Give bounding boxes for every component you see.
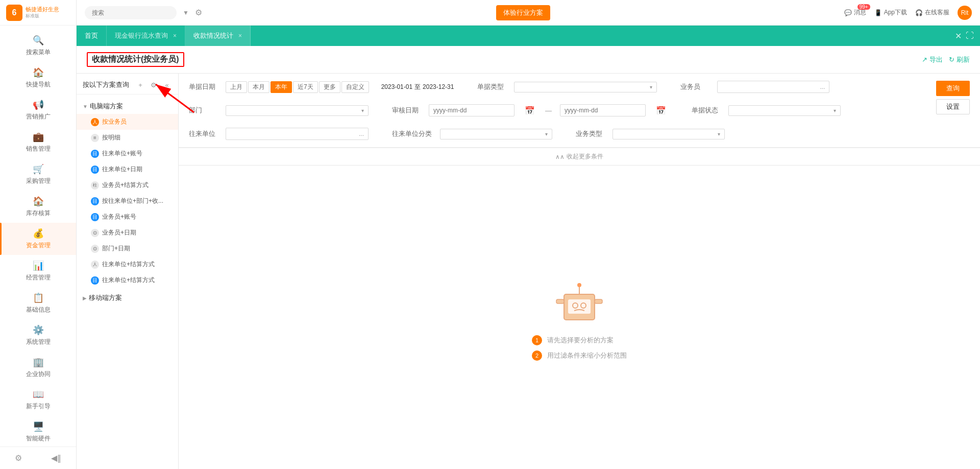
tab-bank-close[interactable]: × — [173, 32, 177, 39]
tab-close-window-btn[interactable]: ✕ — [955, 31, 962, 41]
app-download-button[interactable]: 📱 App下载 — [874, 8, 907, 17]
date-btn-custom[interactable]: 自定义 — [341, 81, 369, 93]
panel-collapse-btn[interactable]: « — [162, 80, 172, 90]
date-btn-this-month[interactable]: 本月 — [248, 81, 270, 93]
date-btn-more[interactable]: 更多 — [319, 81, 340, 93]
review-date-from[interactable] — [429, 104, 514, 116]
counterpart-more[interactable]: ... — [359, 130, 364, 137]
empty-step-2: 2 用过滤条件来缩小分析范围 — [532, 350, 627, 361]
sidebar-settings-btn[interactable]: ⚙ — [15, 453, 22, 463]
dept-select[interactable]: ▾ — [226, 105, 369, 116]
tree-item-salesperson-account[interactable]: 目 业务员+账号 — [77, 209, 178, 225]
doc-type-select[interactable]: ▾ — [514, 82, 657, 92]
tree-item-counterpart-account[interactable]: 目 往来单位+账号 — [77, 146, 178, 161]
sidebar-item-operation[interactable]: 📊 经营管理 — [0, 255, 76, 287]
date-btn-7days[interactable]: 近7天 — [293, 81, 318, 93]
tree-item-counterpart-dept[interactable]: 目 按往来单位+部门+收... — [77, 193, 178, 209]
chevron-down-icon: ▾ — [650, 84, 652, 90]
sidebar-item-finance[interactable]: 💰 资金管理 — [0, 223, 76, 255]
left-panel-title: 按以下方案查询 — [83, 80, 129, 89]
tree-item-dept-date[interactable]: ⊙ 部门+日期 — [77, 241, 178, 256]
message-button[interactable]: 💬 消息 99+ — [844, 8, 866, 17]
content-area: 按以下方案查询 + ⚙ « ▼ 电脑端方案 人 按业务员 — [77, 74, 980, 469]
tree-item-label: 往来单位+结算方式 — [102, 276, 155, 285]
topbar-dropdown-arrow[interactable]: ▼ — [183, 9, 189, 16]
sidebar-item-marketing[interactable]: 📢 营销推广 — [0, 94, 76, 126]
sidebar-item-corp[interactable]: 🏢 企业协同 — [0, 351, 76, 384]
tab-maximize-btn[interactable]: ⛶ — [966, 31, 974, 40]
sidebar-item-search[interactable]: 🔍 搜索菜单 — [0, 30, 76, 62]
salesperson-label: 业务员 — [680, 82, 709, 91]
refresh-button[interactable]: ↻ 刷新 — [949, 55, 970, 64]
tree-item-label: 业务员+结算方式 — [102, 181, 149, 190]
export-button[interactable]: ↗ 导出 — [922, 55, 943, 64]
sidebar-item-basic[interactable]: 📋 基础信息 — [0, 287, 76, 319]
tree-mobile-root[interactable]: ▶ 移动端方案 — [77, 290, 178, 306]
tree-item-counterpart-payment2[interactable]: 目 往来单位+结算方式 — [77, 272, 178, 288]
sidebar-logo: 6 畅捷通好生意 标准版 — [0, 0, 76, 26]
tree-section: ▼ 电脑端方案 人 按业务员 ≡ 按明细 目 往来单位+账号 — [77, 95, 178, 310]
date-range: 2023-01-01 至 2023-12-31 — [381, 83, 454, 91]
sidebar-item-hardware[interactable]: 🖥️ 智能硬件 — [0, 416, 76, 447]
sidebar-collapse-btn[interactable]: ◀‖ — [51, 453, 61, 463]
sidebar-item-label: 系统管理 — [26, 338, 51, 346]
collapse-bar[interactable]: ∧∧ 收起更多条件 — [179, 148, 980, 166]
counterpart-type-label: 往来单位分类 — [392, 129, 432, 138]
tab-collection-close[interactable]: × — [238, 32, 242, 39]
date-to: 2023-12-31 — [423, 83, 454, 90]
tree-item-by-salesperson[interactable]: 人 按业务员 — [77, 114, 178, 130]
review-date-to[interactable] — [560, 104, 646, 116]
counterpart-dept-icon: 目 — [91, 197, 99, 205]
svg-rect-7 — [595, 299, 602, 303]
calendar-to-icon[interactable]: 📅 — [656, 106, 666, 115]
salesperson-more-btn[interactable]: ... — [820, 83, 825, 90]
tree-desktop-root[interactable]: ▼ 电脑端方案 — [77, 99, 178, 114]
tree-item-salesperson-date[interactable]: ⊙ 业务员+日期 — [77, 225, 178, 241]
sidebar-item-inventory[interactable]: 🏠 库存核算 — [0, 191, 76, 223]
app-icon: 📱 — [874, 9, 882, 16]
doc-status-select[interactable]: ▾ — [728, 105, 841, 116]
sidebar-item-label: 经营管理 — [26, 273, 51, 282]
biz-type-select[interactable]: ▾ — [612, 129, 725, 139]
salesperson-select[interactable]: ... — [717, 81, 829, 93]
online-service-button[interactable]: 🎧 在线客服 — [915, 8, 949, 17]
sidebar-item-system[interactable]: ⚙️ 系统管理 — [0, 319, 76, 351]
sidebar-item-guide[interactable]: 📖 新手引导 — [0, 384, 76, 416]
counterpart-type-chevron-icon: ▾ — [545, 131, 548, 137]
tree-mobile-expand-icon: ▶ — [83, 295, 87, 301]
counterpart-type-select[interactable]: ▾ — [440, 129, 552, 139]
date-btn-this-year[interactable]: 本年 — [271, 81, 292, 93]
topbar-gear-icon[interactable]: ⚙ — [195, 8, 202, 17]
sidebar-item-label: 营销推广 — [26, 112, 51, 121]
solution-button[interactable]: 体验行业方案 — [496, 5, 550, 20]
tab-home[interactable]: 首页 — [77, 26, 107, 46]
tree-item-salesperson-payment[interactable]: 柱 业务员+结算方式 — [77, 177, 178, 193]
panel-add-btn[interactable]: + — [135, 80, 145, 90]
tab-collection[interactable]: 收款情况统计 × — [185, 26, 251, 46]
tree-item-counterpart-payment1[interactable]: 人 往来单位+结算方式 — [77, 256, 178, 272]
tree-item-by-detail[interactable]: ≡ 按明细 — [77, 130, 178, 146]
settings-button[interactable]: 设置 — [936, 99, 970, 114]
sidebar-item-label: 销售管理 — [26, 145, 51, 153]
sidebar-item-quicknav[interactable]: 🏠 快捷导航 — [0, 62, 76, 94]
search-input[interactable] — [85, 6, 177, 19]
collapse-icon: ∧∧ — [555, 153, 565, 160]
main-content: ▼ ⚙ 体验行业方案 💬 消息 99+ 📱 App下载 🎧 在线客服 — [77, 0, 980, 469]
tab-collection-label: 收款情况统计 — [193, 31, 233, 40]
tab-bank[interactable]: 现金银行流水查询 × — [107, 26, 185, 46]
counterpart-select[interactable]: ... — [226, 128, 369, 140]
query-button[interactable]: 查询 — [936, 81, 970, 96]
tree-item-label: 业务员+账号 — [102, 213, 136, 221]
user-avatar-button[interactable]: Rit — [958, 6, 972, 20]
operation-icon: 📊 — [33, 260, 44, 271]
calendar-from-icon[interactable]: 📅 — [525, 106, 535, 115]
sales-icon: 💼 — [33, 131, 44, 143]
button-column: 查询 设置 — [936, 81, 970, 114]
tree-mobile-label: 移动端方案 — [89, 293, 122, 302]
sidebar-item-sales[interactable]: 💼 销售管理 — [0, 126, 76, 158]
tree-item-counterpart-date[interactable]: 目 往来单位+日期 — [77, 161, 178, 177]
sidebar-item-purchase[interactable]: 🛒 采购管理 — [0, 158, 76, 191]
topbar: ▼ ⚙ 体验行业方案 💬 消息 99+ 📱 App下载 🎧 在线客服 — [77, 0, 980, 26]
panel-settings-btn[interactable]: ⚙ — [149, 80, 159, 90]
date-btn-last-month[interactable]: 上月 — [226, 81, 247, 93]
